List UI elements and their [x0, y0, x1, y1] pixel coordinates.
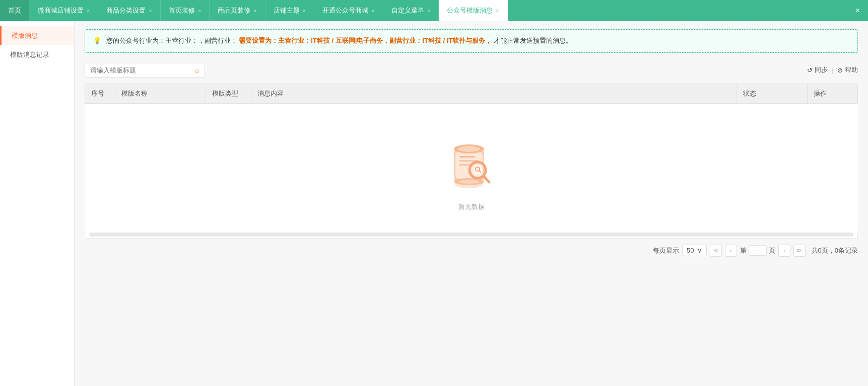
global-close-button[interactable]: × [847, 6, 868, 15]
info-prefix: 您的公众号行业为：主营行业：，副营行业： [106, 37, 237, 44]
nav-tab-label-template-msg: 公众号模版消息 [447, 6, 493, 15]
page-unit: 页 [769, 246, 775, 255]
search-button[interactable]: ⌕ [195, 66, 199, 74]
nav-tab-custom-menu[interactable]: 自定义菜单× [383, 0, 439, 21]
close-tab-store-theme-icon[interactable]: × [303, 8, 306, 14]
nav-tab-shop-setting[interactable]: 微商城店铺设置× [30, 0, 98, 21]
main-layout: 模版消息模版消息记录 💡 您的公众号行业为：主营行业：，副营行业： 需要设置为：… [0, 21, 868, 386]
close-tab-open-mall-icon[interactable]: × [371, 8, 374, 14]
per-page-value: 50 [687, 247, 694, 254]
close-tab-product-decor-icon[interactable]: × [253, 8, 256, 14]
sync-button[interactable]: ↺ 同步 [807, 65, 828, 74]
page-label: 第 [740, 246, 747, 255]
bulb-icon: 💡 [93, 37, 101, 44]
toolbar-right: ↺ 同步 | ⊘ 帮助 [807, 65, 858, 74]
col-header-content: 消息内容 [251, 84, 737, 103]
nav-tab-label-category-setting: 商品分类设置 [106, 6, 146, 15]
col-header-type: 模版类型 [206, 84, 251, 103]
refresh-icon: ↺ [807, 66, 813, 74]
total-info: 共0页，0条记录 [812, 246, 858, 255]
svg-point-4 [458, 146, 480, 152]
divider: | [832, 66, 833, 74]
content-area: 💡 您的公众号行业为：主营行业：，副营行业： 需要设置为：主营行业：IT科技 /… [75, 21, 868, 386]
close-tab-template-msg-icon[interactable]: × [496, 8, 499, 14]
first-page-button[interactable]: ⊲ [710, 245, 722, 257]
per-page-select[interactable]: 50 ∨ [682, 245, 706, 256]
close-tab-homepage-decor-icon[interactable]: × [198, 8, 201, 14]
sidebar-item-template-message-record[interactable]: 模版消息记录 [0, 45, 74, 64]
help-label: 帮助 [845, 65, 858, 74]
data-table: 序号模版名称模版类型消息内容状态操作 [85, 84, 858, 104]
info-suffix: 才能正常发送预置的消息。 [494, 37, 572, 44]
help-icon: ⊘ [837, 66, 843, 74]
nav-tab-label-home: 首页 [8, 6, 21, 15]
nav-tab-label-custom-menu: 自定义菜单 [391, 6, 424, 15]
nav-tab-template-msg[interactable]: 公众号模版消息× [439, 0, 507, 21]
dropdown-arrow-icon: ∨ [697, 247, 702, 254]
prev-page-button[interactable]: ‹ [725, 245, 737, 257]
last-page-button[interactable]: ⊳ [793, 245, 806, 257]
nav-tab-label-shop-setting: 微商城店铺设置 [38, 6, 84, 15]
sidebar: 模版消息模版消息记录 [0, 21, 75, 386]
col-header-name: 模版名称 [115, 84, 206, 103]
nav-tab-store-theme[interactable]: 店铺主题× [265, 0, 314, 21]
close-tab-category-setting-icon[interactable]: × [149, 8, 152, 14]
svg-rect-5 [459, 156, 475, 158]
col-header-action: 操作 [808, 84, 858, 103]
nav-tab-label-open-mall: 开通公众号商城 [322, 6, 368, 15]
svg-line-10 [483, 176, 489, 182]
per-page-label: 每页显示 [653, 246, 679, 255]
empty-illustration [441, 134, 502, 194]
sidebar-item-template-message[interactable]: 模版消息 [0, 26, 74, 45]
info-banner: 💡 您的公众号行业为：主营行业：，副营行业： 需要设置为：主营行业：IT科技 /… [85, 29, 858, 53]
nav-tab-home[interactable]: 首页 [0, 0, 30, 21]
search-input[interactable] [90, 66, 191, 74]
top-navigation: 首页微商城店铺设置×商品分类设置×首页装修×商品页装修×店铺主题×开通公众号商城… [0, 0, 868, 21]
page-input-group: 第 1 页 [740, 245, 775, 256]
svg-point-14 [459, 180, 479, 184]
nav-tab-open-mall[interactable]: 开通公众号商城× [314, 0, 383, 21]
toolbar: ⌕ ↺ 同步 | ⊘ 帮助 [85, 63, 858, 78]
sync-label: 同步 [815, 65, 828, 74]
col-header-status: 状态 [737, 84, 808, 103]
next-page-button[interactable]: › [778, 245, 790, 257]
horizontal-scrollbar[interactable] [85, 231, 858, 239]
close-tab-custom-menu-icon[interactable]: × [427, 8, 430, 14]
nav-tab-label-homepage-decor: 首页装修 [169, 6, 195, 15]
nav-tab-product-decor[interactable]: 商品页装修× [210, 0, 265, 21]
scrollbar-track [89, 233, 853, 237]
empty-text: 暂无数据 [458, 202, 485, 211]
col-header-seq: 序号 [85, 84, 115, 103]
empty-state: 暂无数据 [85, 104, 858, 231]
close-tab-shop-setting-icon[interactable]: × [87, 8, 90, 14]
info-highlight: 需要设置为：主营行业：IT科技 / 互联网|电子商务，副营行业：IT科技 / I… [239, 37, 492, 44]
search-box[interactable]: ⌕ [85, 63, 205, 78]
nav-tab-label-product-decor: 商品页装修 [218, 6, 250, 15]
help-button[interactable]: ⊘ 帮助 [837, 65, 858, 74]
table-header: 序号模版名称模版类型消息内容状态操作 [85, 84, 858, 103]
nav-tab-label-store-theme: 店铺主题 [274, 6, 300, 15]
pagination-bar: 每页显示 50 ∨ ⊲ ‹ 第 1 页 › ⊳ 共0页，0条记录 [85, 239, 858, 259]
page-number-input[interactable]: 1 [749, 245, 767, 256]
nav-tab-homepage-decor[interactable]: 首页装修× [161, 0, 210, 21]
nav-tab-category-setting[interactable]: 商品分类设置× [98, 0, 160, 21]
